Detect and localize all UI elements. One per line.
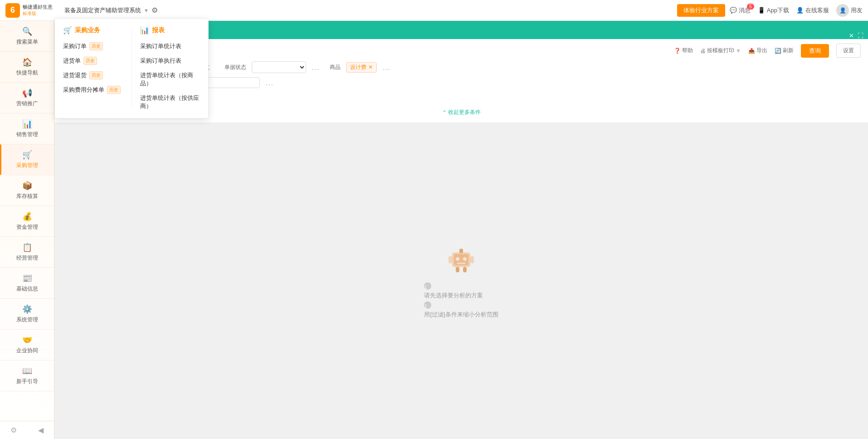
system-title: 装备及固定资产辅助管理系统 ▼ ⚙ (64, 6, 673, 15)
svg-rect-5 (459, 249, 463, 253)
sidebar-item-enterprise[interactable]: 🤝 企业协同 (0, 330, 54, 360)
menu-item-purchase-order[interactable]: 采购订单 历史 (59, 39, 127, 54)
sidebar-item-sales[interactable]: 📊 销售管理 (0, 113, 54, 144)
messages-button[interactable]: 💬 消息 5 (730, 6, 751, 15)
svg-point-3 (463, 257, 467, 261)
system-dropdown-arrow[interactable]: ▼ (144, 8, 149, 13)
purchase-icon: 🛒 (22, 150, 32, 160)
print-dropdown-icon[interactable]: ▼ (736, 48, 741, 54)
sidebar-bottom: ⚙ ◀ (0, 421, 54, 439)
active-bar (0, 144, 1, 175)
phone-icon: 📱 (758, 7, 765, 14)
svg-rect-4 (457, 262, 465, 264)
top-right-actions: 💬 消息 5 📱 App下载 👤 在线客服 👤 用友 (730, 4, 863, 17)
history-badge-expense: 历史 (107, 86, 121, 94)
export-icon: 📤 (748, 48, 755, 54)
svg-rect-6 (449, 256, 452, 263)
menu-item-order-exec[interactable]: 采购订单执行表 (137, 54, 204, 68)
empty-illustration (443, 242, 479, 278)
sidebar-item-system[interactable]: ⚙️ 系统管理 (0, 299, 54, 330)
home-icon: 🏠 (22, 57, 32, 67)
svg-point-2 (456, 257, 459, 261)
report-menu-section: 📊 报表 采购订单统计表 采购订单执行表 进货单统计表（按商品） 进货单统计表（… (132, 23, 209, 113)
tab-close-window-icon[interactable]: ✕ (849, 32, 854, 39)
sidebar: 🔍 搜索菜单 🏠 快捷导航 📢 营销推广 📊 销售管理 🛒 采购管理 📦 库存核… (0, 21, 54, 439)
marketing-icon: 📢 (22, 88, 32, 98)
refresh-link[interactable]: 🔄 刷新 (775, 47, 794, 54)
salesman-dots[interactable]: … (265, 78, 273, 88)
menu-item-receipt-goods[interactable]: 进货单统计表（按商品） (137, 68, 204, 91)
sidebar-collapse-icon[interactable]: ◀ (38, 426, 44, 434)
sidebar-item-finance[interactable]: 💰 资金管理 (0, 206, 54, 237)
menu-item-return[interactable]: 进货退货 历史 (59, 68, 127, 83)
system-settings-icon[interactable]: ⚙ (151, 6, 158, 15)
query-button[interactable]: 查询 (801, 44, 829, 58)
tab-bar-right: ✕ ⛶ (844, 32, 868, 39)
status-select[interactable] (252, 61, 306, 73)
menu-item-order-stat[interactable]: 采购订单统计表 (137, 39, 204, 54)
print-icon: 🖨 (700, 48, 706, 54)
svg-rect-8 (456, 267, 459, 272)
tab-maximize-icon[interactable]: ⛶ (858, 32, 863, 39)
message-badge: 5 (747, 4, 754, 10)
trial-button[interactable]: 体验行业方案 (677, 4, 725, 17)
basic-icon: 📰 (22, 273, 32, 283)
status-dots[interactable]: … (312, 63, 320, 72)
avatar-circle: 👤 (836, 4, 849, 17)
menu-item-receipt[interactable]: 进货单 历史 (59, 54, 127, 68)
goods-label: 商品 (330, 64, 341, 71)
purchase-dropdown-menu: 🛒 采购业务 采购订单 历史 进货单 历史 进货退货 历史 采购费用分摊单 历史… (54, 18, 209, 118)
goods-dots[interactable]: … (382, 63, 390, 72)
empty-state: 1 请先选择要分析的方案 2 用[过滤]条件来缩小分析范围 (54, 123, 868, 439)
sales-icon: 📊 (22, 119, 32, 129)
history-badge-receipt: 历史 (83, 57, 97, 65)
purchase-menu-section: 🛒 采购业务 采购订单 历史 进货单 历史 进货退货 历史 采购费用分摊单 历史 (55, 23, 132, 113)
tip-num-1: 1 (424, 282, 431, 290)
inventory-icon: 📦 (22, 181, 32, 191)
svg-rect-9 (463, 267, 467, 272)
empty-tips: 1 请先选择要分析的方案 2 用[过滤]条件来缩小分析范围 (424, 282, 498, 321)
print-link[interactable]: 🖨 按模板打印 ▼ (700, 47, 741, 54)
menu-item-expense[interactable]: 采购费用分摊单 历史 (59, 83, 127, 97)
logo-icon: 6 (5, 3, 20, 18)
menu-item-receipt-supplier[interactable]: 进货单统计表（按供应商） (137, 91, 204, 113)
report-section-icon: 📊 (140, 26, 149, 35)
history-badge-return: 历史 (89, 71, 103, 79)
system-icon: ⚙️ (22, 304, 32, 314)
finance-icon: 💰 (22, 212, 32, 222)
goods-tag-close[interactable]: ✕ (368, 64, 373, 70)
goods-tag: 设计费 ✕ (346, 62, 377, 73)
svg-rect-7 (470, 256, 474, 263)
tip-num-2: 2 (424, 301, 431, 309)
report-section-title: 📊 报表 (137, 23, 204, 39)
sidebar-item-quick[interactable]: 🏠 快捷导航 (0, 52, 54, 83)
settings-button[interactable]: 设置 (836, 44, 861, 58)
search-icon: 🔍 (22, 26, 32, 36)
user-avatar[interactable]: 👤 用友 (836, 4, 863, 17)
help-icon: ❓ (674, 48, 681, 54)
collapse-up-icon: ⌃ (442, 109, 447, 116)
sidebar-item-purchase[interactable]: 🛒 采购管理 (0, 144, 54, 175)
logo-area: 6 畅捷通好生意 标准版 (5, 3, 60, 18)
export-link[interactable]: 📤 导出 (748, 47, 767, 54)
help-link[interactable]: ❓ 帮助 (674, 47, 693, 54)
message-icon: 💬 (730, 7, 737, 14)
history-badge-order: 历史 (89, 42, 103, 50)
sidebar-item-search[interactable]: 🔍 搜索菜单 (0, 21, 54, 52)
sidebar-item-basic[interactable]: 📰 基础信息 (0, 268, 54, 299)
refresh-icon: 🔄 (775, 48, 781, 54)
service-icon: 👤 (796, 7, 804, 14)
sidebar-item-inventory[interactable]: 📦 库存核算 (0, 175, 54, 206)
purchase-section-icon: 🛒 (63, 26, 72, 35)
sidebar-settings-icon[interactable]: ⚙ (10, 426, 17, 434)
purchase-section-title: 🛒 采购业务 (59, 23, 127, 39)
newbie-icon: 📖 (22, 366, 32, 376)
sidebar-item-operations[interactable]: 📋 经营管理 (0, 237, 54, 268)
online-service-button[interactable]: 👤 在线客服 (796, 6, 829, 15)
sidebar-item-marketing[interactable]: 📢 营销推广 (0, 83, 54, 113)
sidebar-item-newbie[interactable]: 📖 新手引导 (0, 360, 54, 391)
app-download-button[interactable]: 📱 App下载 (758, 6, 789, 15)
logo-text: 畅捷通好生意 标准版 (23, 4, 53, 16)
operations-icon: 📋 (22, 242, 32, 252)
collapse-button[interactable]: ⌃ 收起更多条件 (442, 107, 481, 118)
